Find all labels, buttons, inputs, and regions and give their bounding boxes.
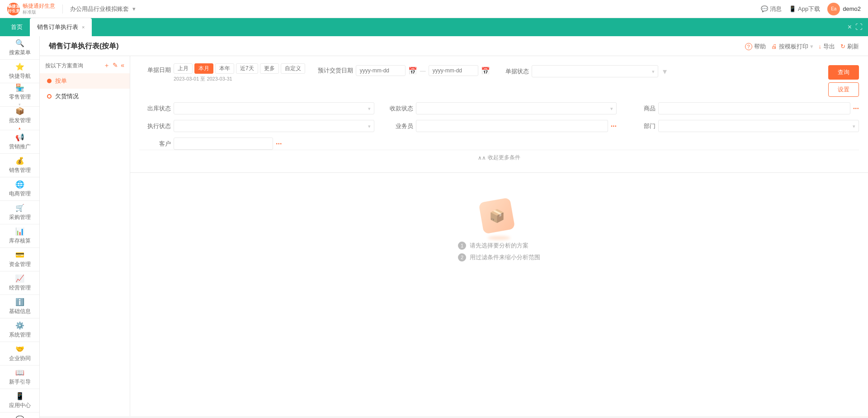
empty-shadow (488, 236, 510, 240)
estimated-date-to-input[interactable] (429, 65, 478, 76)
collapse-row[interactable]: ∧∧ 收起更多条件 (139, 150, 859, 165)
sidebar-item-ecommerce-mgmt[interactable]: 🌐 电商管理 (0, 177, 39, 201)
tab-close-icon[interactable]: × (82, 24, 85, 30)
sidebar-item-basic-info[interactable]: ℹ️ 基础信息 (0, 295, 39, 318)
empty-state: 📦 1 请先选择要分析的方案 2 用过滤条件来缩小分析范围 (130, 173, 868, 289)
sidebar-item-inventory[interactable]: 📊 库存核算 (0, 224, 39, 248)
scheme-item-by-order[interactable]: 按单 (40, 73, 130, 89)
payment-status-select[interactable] (416, 102, 617, 114)
sidebar-item-quick-nav[interactable]: ⭐ 快捷导航 (0, 60, 39, 83)
help-btn[interactable]: ? 帮助 (745, 43, 766, 51)
subtitle-dropdown-icon[interactable]: ▾ (132, 5, 136, 12)
salesperson-more-btn[interactable]: ··· (611, 122, 617, 130)
empty-box-icon: 📦 (478, 197, 515, 234)
date-range-bar: 上月 本月 本年 近7天 更多 自定义 (174, 63, 305, 74)
calendar-to-icon: 📅 (481, 66, 490, 75)
edit-scheme-btn[interactable]: ✎ (113, 62, 118, 70)
sidebar-item-sales-mgmt[interactable]: 💰 销售管理 (0, 154, 39, 177)
date-range-text: 2023-03-01 至 2023-03-31 (174, 76, 305, 82)
app-download-action[interactable]: 📱 App下载 (789, 5, 820, 13)
add-scheme-btn[interactable]: ＋ (104, 62, 110, 70)
delivery-status-select[interactable] (174, 102, 374, 114)
status-label: 单据状态 (497, 67, 529, 76)
sidebar-item-operation-mgmt[interactable]: 📈 经营管理 (0, 271, 39, 295)
delivery-status-wrapper (174, 102, 374, 114)
last-7-days-btn[interactable]: 近7天 (236, 63, 258, 74)
system-mgmt-icon: ⚙️ (15, 321, 24, 330)
sidebar-item-system-mgmt[interactable]: ⚙️ 系统管理 (0, 318, 39, 342)
filter-area: 单据日期 上月 本月 本年 近7天 更多 自定义 20 (130, 56, 868, 173)
quick-nav-icon: ⭐ (15, 62, 24, 71)
right-panel: 单据日期 上月 本月 本年 近7天 更多 自定义 20 (130, 56, 868, 416)
app-center-icon: 📱 (15, 392, 24, 400)
top-bar-right: 💬 消息 📱 App下载 Ea demo2 (761, 3, 861, 15)
left-panel-actions: ＋ ✎ « (104, 62, 124, 70)
sales-mgmt-icon: 💰 (15, 157, 24, 165)
product-more-btn[interactable]: ··· (853, 104, 859, 113)
export-btn[interactable]: ↓ 导出 (819, 43, 835, 51)
user-area[interactable]: Ea demo2 (827, 3, 861, 15)
sidebar-item-search-menu[interactable]: 🔍 搜索菜单 (0, 36, 39, 60)
query-btn[interactable]: 查询 (828, 65, 859, 80)
tip-num-2: 2 (458, 253, 466, 261)
sidebar-item-new-user-guide[interactable]: 📖 新手引导 (0, 366, 39, 389)
sidebar-item-marketing[interactable]: 📢 营销推广 (0, 130, 39, 154)
customer-more-btn[interactable]: ··· (276, 140, 282, 148)
empty-illustration: 📦 (481, 200, 517, 236)
tab-bar-right: × ⛶ (848, 23, 868, 31)
message-action[interactable]: 💬 消息 (761, 5, 782, 13)
window-close-icon[interactable]: × (848, 23, 852, 31)
execution-status-wrapper (174, 120, 374, 132)
retail-mgmt-icon: 🏪 (15, 83, 24, 92)
customer-input[interactable] (174, 138, 273, 150)
scheme-item-by-debt[interactable]: 欠货情况 (40, 89, 130, 104)
department-wrapper (658, 120, 859, 132)
status-expand-icon: ▾ (663, 66, 667, 76)
page-title: 销售订单执行表(按单) (49, 42, 119, 51)
sidebar-item-purchase-mgmt[interactable]: 🛒 采购管理 (0, 201, 39, 224)
tab-home[interactable]: 首页 (4, 18, 30, 36)
estimated-date-label: 预计交货日期 (312, 66, 353, 75)
scheme-dot (47, 94, 52, 99)
finance-mgmt-icon: 💳 (15, 251, 24, 259)
calendar-from-icon: 📅 (408, 66, 417, 75)
this-year-btn[interactable]: 本年 (215, 63, 234, 74)
payment-status-label: 收款状态 (382, 104, 413, 113)
custom-date-btn[interactable]: 自定义 (281, 63, 305, 74)
search-menu-icon: 🔍 (15, 39, 24, 48)
sidebar-item-enterprise-collab[interactable]: 🤝 企业协同 (0, 342, 39, 366)
sidebar-item-finance-mgmt[interactable]: 💳 资金管理 (0, 248, 39, 271)
sidebar-item-app-center[interactable]: 📱 应用中心 (0, 389, 39, 413)
sidebar-item-enterprise-wechat[interactable]: 💬 企业微信 (0, 413, 39, 418)
avatar: Ea (827, 3, 840, 15)
tab-sales-order[interactable]: 销售订单执行表 × (30, 18, 92, 36)
tip-num-1: 1 (458, 242, 466, 250)
window-maximize-icon[interactable]: ⛶ (855, 23, 863, 31)
status-select[interactable] (532, 65, 658, 77)
delivery-status-label: 出库状态 (139, 104, 171, 113)
more-date-btn[interactable]: 更多 (260, 63, 279, 74)
sidebar-item-wholesale-mgmt[interactable]: 📦 批发管理 ▴ (0, 107, 39, 130)
execution-status-select[interactable] (174, 120, 374, 132)
date-filter-group: 上月 本月 本年 近7天 更多 自定义 2023-03-01 至 2023-03… (174, 63, 305, 82)
operation-mgmt-icon: 📈 (15, 274, 24, 283)
estimated-date-from-input[interactable] (356, 65, 406, 76)
print-btn[interactable]: 🖨 按模板打印 ▾ (771, 43, 813, 51)
left-panel: 按以下方案查询 ＋ ✎ « 按单 欠货情况 (40, 56, 130, 416)
inventory-icon: 📊 (15, 227, 24, 236)
collapse-panel-btn[interactable]: « (121, 62, 124, 70)
enterprise-collab-icon: 🤝 (15, 345, 24, 353)
salesperson-input[interactable] (416, 120, 608, 132)
purchase-mgmt-icon: 🛒 (15, 204, 24, 212)
user-name: demo2 (843, 5, 861, 12)
logo-area: 畅捷通好生意 畅捷通好生意 标准版 (7, 3, 55, 15)
sidebar-item-retail-mgmt[interactable]: 🏪 零售管理 ▾ (0, 83, 39, 107)
set-btn[interactable]: 设置 (828, 82, 859, 97)
print-icon: 🖨 (771, 43, 777, 50)
product-input[interactable] (658, 102, 850, 114)
refresh-btn[interactable]: ↻ 刷新 (840, 43, 859, 51)
department-select[interactable] (658, 120, 859, 132)
this-month-btn[interactable]: 本月 (194, 63, 213, 74)
last-month-btn[interactable]: 上月 (174, 63, 193, 74)
help-icon: ? (745, 43, 752, 50)
